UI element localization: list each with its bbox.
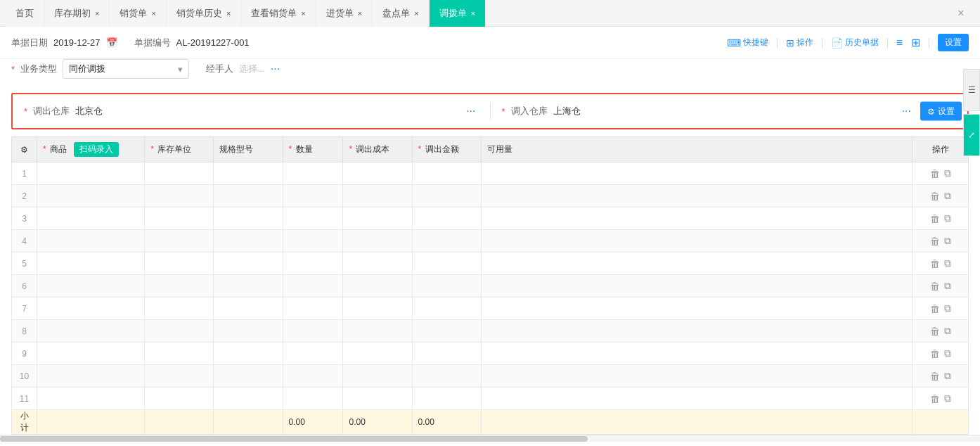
col-unit-label: 库存单位	[157, 144, 191, 154]
table-row: 9 🗑 ⧉	[12, 343, 969, 365]
history-action[interactable]: 📄 历史单据	[831, 37, 879, 49]
copy-icon[interactable]: ⧉	[944, 257, 951, 269]
product-cell[interactable]	[37, 230, 145, 253]
shortcut-action[interactable]: ⌨ 快捷键	[727, 37, 768, 49]
person-dots-button[interactable]: ···	[271, 63, 280, 75]
tab-view-sales[interactable]: 查看销货单 ×	[241, 0, 316, 27]
col-qty-label: 数量	[296, 144, 313, 154]
tab-inventory-init[interactable]: 库存期初 ×	[44, 0, 110, 27]
spec-cell	[214, 343, 283, 365]
product-cell[interactable]	[37, 163, 145, 185]
biz-type-label: 业务类型	[20, 63, 57, 75]
delete-icon[interactable]: 🗑	[930, 258, 940, 269]
product-cell[interactable]	[37, 298, 145, 320]
product-cell[interactable]	[37, 185, 145, 208]
amount-cell	[412, 365, 481, 388]
tab-home[interactable]: 首页	[6, 0, 44, 27]
copy-icon[interactable]: ⧉	[944, 393, 951, 404]
available-cell	[481, 275, 912, 298]
table-row: 3 🗑 ⧉	[12, 208, 969, 230]
product-cell[interactable]	[37, 343, 145, 365]
warehouse-in-dots-button[interactable]: ···	[899, 105, 914, 117]
col-amount: * 调出金额	[412, 137, 481, 163]
product-cell[interactable]	[37, 388, 145, 410]
product-cell[interactable]	[37, 275, 145, 298]
scroll-thumb[interactable]	[0, 436, 588, 442]
ops-icon: ⊞	[786, 37, 794, 49]
ops-action[interactable]: ⊞ 操作	[786, 37, 813, 49]
delete-icon[interactable]: 🗑	[930, 191, 940, 202]
copy-icon[interactable]: ⧉	[944, 235, 951, 247]
warehouse-setting-button[interactable]: ⚙ 设置	[920, 102, 962, 121]
cost-cell	[343, 275, 412, 298]
divider-2	[822, 38, 823, 48]
window-close-button[interactable]: ×	[948, 0, 974, 27]
copy-icon[interactable]: ⧉	[944, 302, 951, 314]
tab-view-sales-close[interactable]: ×	[301, 9, 305, 18]
copy-icon[interactable]: ⧉	[944, 212, 951, 224]
horizontal-scrollbar[interactable]	[0, 435, 980, 442]
delete-icon[interactable]: 🗑	[930, 168, 940, 179]
copy-icon[interactable]: ⧉	[944, 280, 951, 292]
product-cell[interactable]	[37, 365, 145, 388]
product-cell[interactable]	[37, 253, 145, 275]
tab-inventory-count-label: 盘点单	[382, 7, 410, 20]
doc-no-label: 单据编号	[134, 37, 171, 49]
tab-purchase-order[interactable]: 进货单 ×	[316, 0, 373, 27]
product-cell[interactable]	[37, 320, 145, 343]
col-gear[interactable]: ⚙	[12, 137, 37, 163]
delete-icon[interactable]: 🗑	[930, 303, 940, 314]
delete-icon[interactable]: 🗑	[930, 236, 940, 247]
table-row: 11 🗑 ⧉	[12, 388, 969, 410]
copy-icon[interactable]: ⧉	[944, 190, 951, 202]
layout-icon-list[interactable]: ≡	[896, 37, 903, 49]
copy-icon[interactable]: ⧉	[944, 348, 951, 359]
product-cell[interactable]	[37, 208, 145, 230]
ops-cell: 🗑 ⧉	[913, 343, 969, 365]
copy-icon[interactable]: ⧉	[944, 370, 951, 382]
spec-cell	[214, 298, 283, 320]
row-num: 4	[12, 230, 37, 253]
copy-icon[interactable]: ⧉	[944, 325, 951, 337]
delete-icon[interactable]: 🗑	[930, 371, 940, 382]
tab-transfer-order[interactable]: 调拨单 ×	[430, 0, 486, 27]
layout-icon-grid[interactable]: ⊞	[911, 36, 920, 49]
ops-cell: 🗑 ⧉	[913, 275, 969, 298]
delete-icon[interactable]: 🗑	[930, 348, 940, 359]
warehouse-out-dots-button[interactable]: ···	[463, 105, 478, 117]
tab-purchase-order-close[interactable]: ×	[358, 9, 362, 18]
biz-type-value: 同价调拨	[69, 63, 105, 75]
delete-icon[interactable]: 🗑	[930, 326, 940, 337]
tab-sales-order-close[interactable]: ×	[151, 9, 155, 18]
col-product-label: 商品	[50, 144, 67, 154]
tab-transfer-order-close[interactable]: ×	[471, 9, 475, 18]
delete-icon[interactable]: 🗑	[930, 281, 940, 292]
delete-icon[interactable]: 🗑	[930, 393, 940, 404]
doc-no-value: AL-20191227-001	[176, 37, 250, 48]
tab-sales-order[interactable]: 销货单 ×	[110, 0, 166, 27]
tab-sales-history[interactable]: 销货单历史 ×	[167, 0, 241, 27]
row-num: 10	[12, 365, 37, 388]
right-panel-expand-btn[interactable]: ⤢	[963, 114, 980, 156]
subtotal-product	[37, 410, 145, 435]
person-placeholder[interactable]: 选择...	[239, 63, 265, 75]
scan-btn[interactable]: 扫码录入	[74, 142, 119, 157]
ops-cell: 🗑 ⧉	[913, 163, 969, 185]
history-icon: 📄	[831, 37, 843, 49]
biz-type-select[interactable]: 同价调拨 ▾	[63, 59, 189, 79]
tab-inventory-init-close[interactable]: ×	[95, 9, 99, 18]
warehouse-in-required-star: *	[502, 106, 505, 117]
tab-sales-history-close[interactable]: ×	[226, 9, 231, 18]
calendar-icon[interactable]: 📅	[106, 37, 117, 48]
qty-cell	[283, 185, 343, 208]
unit-cell	[145, 185, 214, 208]
warehouse-section: * 调出仓库 北京仓 ··· * 调入仓库 上海仓 ··· ⚙ 设置	[11, 93, 969, 129]
delete-icon[interactable]: 🗑	[930, 213, 940, 224]
tab-inventory-count[interactable]: 盘点单 ×	[373, 0, 429, 27]
tab-inventory-count-close[interactable]: ×	[414, 9, 418, 18]
right-panel-list-btn[interactable]: ☰	[963, 69, 980, 111]
copy-icon[interactable]: ⧉	[944, 167, 951, 179]
product-required-star: *	[43, 144, 46, 154]
amount-cell	[412, 298, 481, 320]
amount-cell	[412, 208, 481, 230]
